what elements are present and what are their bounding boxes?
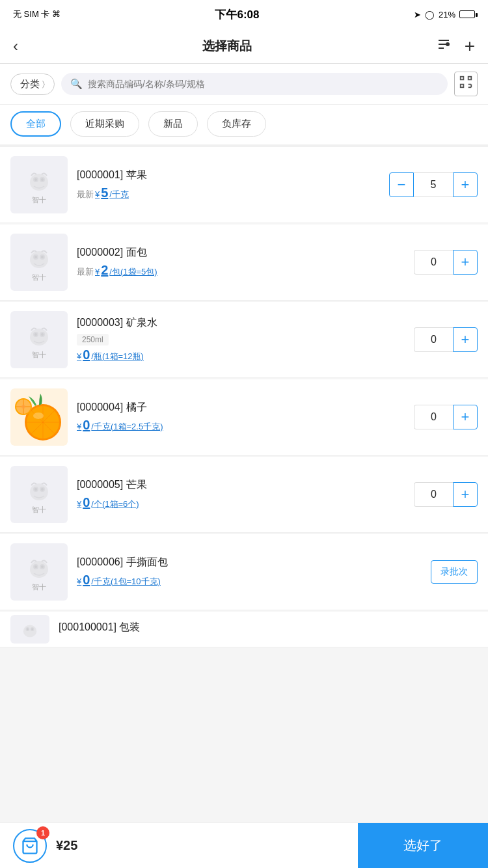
price-num: 5 xyxy=(101,185,108,200)
scan-button[interactable] xyxy=(454,72,478,96)
tab-negative[interactable]: 负库存 xyxy=(207,111,266,137)
cart-badge: 1 xyxy=(36,826,49,839)
category-button[interactable]: 分类 〉 xyxy=(10,74,55,95)
tab-recent[interactable]: 近期采购 xyxy=(70,111,139,137)
status-bar: 无 SIM 卡 ⌘ 下午6:08 ➤ ◯ 21% xyxy=(0,0,488,29)
orange-image xyxy=(10,388,68,446)
price-num: 0 xyxy=(83,495,90,510)
product-info: [000100001] 包装 xyxy=(59,621,478,638)
product-controls: + xyxy=(414,250,478,275)
price-num: 2 xyxy=(101,263,108,278)
owl-placeholder: 智十 xyxy=(25,552,53,592)
owl-placeholder: 智十 xyxy=(25,243,53,282)
owl-placeholder: 智十 xyxy=(25,165,53,205)
status-right: ➤ ◯ 21% xyxy=(414,10,475,20)
svg-point-41 xyxy=(34,488,37,491)
quantity-input[interactable] xyxy=(414,327,453,352)
add-button[interactable]: + xyxy=(465,36,475,57)
product-price-row: ¥ 0 /千克(1包=10千克) xyxy=(77,573,431,588)
quantity-input[interactable] xyxy=(414,250,453,275)
cart-section: 1 ¥25 xyxy=(0,829,358,863)
svg-point-47 xyxy=(41,565,44,568)
carrier-label: 无 SIM 卡 xyxy=(13,9,49,19)
product-info: [0000003] 矿泉水 250ml ¥ 0 /瓶(1箱=12瓶) xyxy=(77,316,414,364)
location-icon: ➤ xyxy=(414,10,421,20)
cart-icon xyxy=(21,837,39,855)
svg-point-52 xyxy=(31,629,33,631)
owl-placeholder xyxy=(20,619,40,640)
quantity-input[interactable] xyxy=(414,405,453,429)
confirm-button[interactable]: 选好了 xyxy=(358,823,488,869)
increment-button[interactable]: + xyxy=(453,172,478,197)
list-item: [0000004] 橘子 ¥ 0 /千克(1箱=2.5千克) + xyxy=(0,379,488,455)
increment-button[interactable]: + xyxy=(453,327,478,352)
nav-bar: ‹ 选择商品 + xyxy=(0,29,488,64)
owl-placeholder: 智十 xyxy=(25,475,53,515)
cart-total: ¥25 xyxy=(56,838,77,853)
cart-button[interactable]: 1 xyxy=(13,829,47,863)
bottom-bar: 1 ¥25 选好了 xyxy=(0,822,488,868)
tab-new[interactable]: 新品 xyxy=(148,111,198,137)
product-price-row: ¥ 0 /千克(1箱=2.5千克) xyxy=(77,418,414,433)
price-unit: /千克 xyxy=(109,189,129,200)
svg-point-13 xyxy=(34,178,37,181)
svg-point-42 xyxy=(41,488,44,491)
product-name: [0000001] 苹果 xyxy=(77,169,389,182)
battery-label: 21% xyxy=(439,10,455,20)
price-yen: ¥ xyxy=(77,499,81,509)
page-title: 选择商品 xyxy=(202,38,252,55)
product-price-row: ¥ 0 /瓶(1箱=12瓶) xyxy=(77,347,414,362)
filter-button[interactable] xyxy=(436,36,452,56)
product-info: [0000004] 橘子 ¥ 0 /千克(1箱=2.5千克) xyxy=(77,401,414,434)
price-unit: /个(1箱=6个) xyxy=(91,498,139,510)
decrement-button[interactable]: − xyxy=(389,172,414,197)
product-name: [0000006] 手撕面包 xyxy=(77,556,431,569)
price-yen: ¥ xyxy=(95,189,100,199)
quantity-input[interactable] xyxy=(414,482,453,507)
product-controls: − + xyxy=(389,172,478,197)
back-button[interactable]: ‹ xyxy=(13,37,18,55)
product-controls: 录批次 xyxy=(431,560,478,584)
search-input-wrap: 🔍 xyxy=(61,73,448,95)
svg-point-18 xyxy=(34,256,37,258)
batch-button[interactable]: 录批次 xyxy=(431,560,478,584)
svg-point-23 xyxy=(34,333,37,336)
product-controls: + xyxy=(414,327,478,352)
increment-button[interactable]: + xyxy=(453,250,478,275)
filter-tabs: 全部 近期采购 新品 负库存 xyxy=(0,105,488,147)
increment-button[interactable]: + xyxy=(453,482,478,507)
alarm-icon: ◯ xyxy=(425,10,435,20)
product-thumbnail: 智十 xyxy=(10,156,68,213)
search-row: 分类 〉 🔍 xyxy=(0,64,488,105)
svg-point-46 xyxy=(34,565,37,568)
tab-all[interactable]: 全部 xyxy=(10,111,61,137)
price-label: 最新 xyxy=(77,266,94,278)
search-input[interactable] xyxy=(88,79,439,89)
increment-button[interactable]: + xyxy=(453,405,478,429)
svg-rect-4 xyxy=(461,77,464,80)
svg-point-32 xyxy=(33,413,44,419)
price-unit: /瓶(1箱=12瓶) xyxy=(91,351,144,362)
product-thumbnail: 智十 xyxy=(10,543,68,601)
svg-point-51 xyxy=(27,629,29,631)
product-price-row: ¥ 0 /个(1箱=6个) xyxy=(77,495,414,510)
carrier-wifi: 无 SIM 卡 ⌘ xyxy=(13,8,61,20)
product-name: [0000003] 矿泉水 xyxy=(77,316,414,330)
quantity-input[interactable] xyxy=(414,172,453,197)
product-name: [000100001] 包装 xyxy=(59,621,478,634)
svg-point-3 xyxy=(446,43,449,46)
price-num: 0 xyxy=(83,573,90,588)
svg-point-48 xyxy=(23,625,36,637)
product-spec: 250ml xyxy=(77,334,109,346)
list-item: 智十 [0000006] 手撕面包 ¥ 0 /千克(1包=10千克) 录批次 xyxy=(0,534,488,610)
price-yen: ¥ xyxy=(95,267,100,277)
list-item: 智十 [0000003] 矿泉水 250ml ¥ 0 /瓶(1箱=12瓶) + xyxy=(0,302,488,378)
product-name: [0000004] 橘子 xyxy=(77,401,414,414)
product-info: [0000005] 芒果 ¥ 0 /个(1箱=6个) xyxy=(77,478,414,511)
product-thumbnail: 智十 xyxy=(10,234,68,291)
svg-rect-5 xyxy=(468,77,472,80)
product-controls: + xyxy=(414,482,478,507)
svg-point-14 xyxy=(41,178,44,181)
price-yen: ¥ xyxy=(77,351,81,361)
product-thumbnail xyxy=(10,388,68,446)
